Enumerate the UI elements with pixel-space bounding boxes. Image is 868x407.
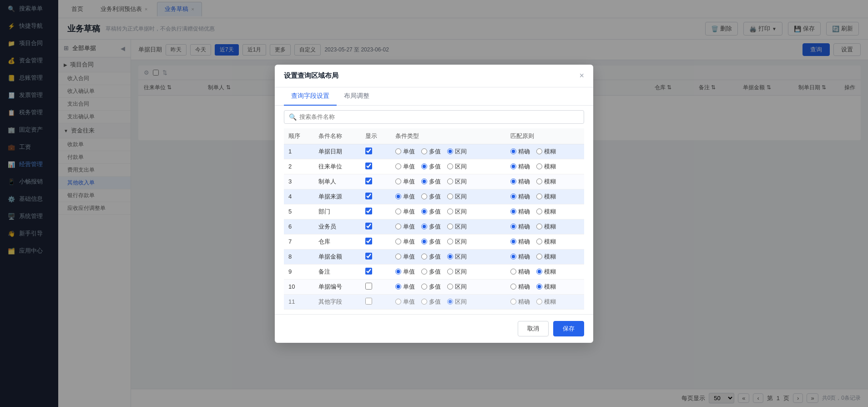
- type-multi-9[interactable]: 多值: [421, 268, 441, 276]
- modal-search-input[interactable]: [299, 113, 579, 120]
- table-row: 11 其他字段 单值 多值: [284, 294, 584, 309]
- type-range-8[interactable]: 区间: [447, 253, 467, 261]
- type-multi-4[interactable]: 多值: [421, 193, 441, 201]
- row-type: 单值 多值 区间: [391, 264, 506, 279]
- type-single-10[interactable]: 单值: [395, 283, 415, 291]
- match-precise-11[interactable]: 精确: [510, 298, 530, 306]
- type-multi-8[interactable]: 多值: [421, 253, 441, 261]
- row-order: 4: [284, 189, 314, 204]
- row-name: 单据编号: [314, 279, 361, 294]
- match-precise-2[interactable]: 精确: [510, 163, 530, 171]
- row-type: 单值 多值 区间: [391, 174, 506, 189]
- match-precise-7[interactable]: 精确: [510, 238, 530, 246]
- match-fuzzy-3[interactable]: 模糊: [536, 178, 556, 186]
- match-fuzzy-6[interactable]: 模糊: [536, 223, 556, 231]
- display-checkbox-2[interactable]: [365, 163, 386, 171]
- type-multi-11[interactable]: 多值: [421, 298, 441, 306]
- match-precise-5[interactable]: 精确: [510, 208, 530, 216]
- type-radio-group-7: 单值 多值 区间: [395, 238, 501, 246]
- type-single-9[interactable]: 单值: [395, 268, 415, 276]
- type-range-7[interactable]: 区间: [447, 238, 467, 246]
- match-fuzzy-4[interactable]: 模糊: [536, 193, 556, 201]
- match-fuzzy-1[interactable]: 模糊: [536, 148, 556, 156]
- type-multi-3[interactable]: 多值: [421, 178, 441, 186]
- table-row: 6 业务员 单值 多值 区间: [284, 219, 584, 234]
- row-name: 业务员: [314, 219, 361, 234]
- type-single-6[interactable]: 单值: [395, 223, 415, 231]
- type-single-2[interactable]: 单值: [395, 163, 415, 171]
- display-checkbox-8[interactable]: [365, 253, 386, 261]
- type-range-3[interactable]: 区间: [447, 178, 467, 186]
- type-range-11[interactable]: 区间: [447, 298, 467, 306]
- table-row: 2 往来单位 单值 多值 区: [284, 159, 584, 174]
- type-multi-2[interactable]: 多值: [421, 163, 441, 171]
- display-checkbox-1[interactable]: [365, 148, 386, 156]
- match-fuzzy-7[interactable]: 模糊: [536, 238, 556, 246]
- match-precise-10[interactable]: 精确: [510, 283, 530, 291]
- match-precise-3[interactable]: 精确: [510, 178, 530, 186]
- match-fuzzy-8[interactable]: 模糊: [536, 253, 556, 261]
- match-fuzzy-11[interactable]: 模糊: [536, 298, 556, 306]
- type-multi-10[interactable]: 多值: [421, 283, 441, 291]
- type-range-1[interactable]: 区间: [447, 148, 467, 156]
- modal-save-button[interactable]: 保存: [553, 321, 584, 336]
- type-single-3[interactable]: 单值: [395, 178, 415, 186]
- type-range-6[interactable]: 区间: [447, 223, 467, 231]
- type-single-7[interactable]: 单值: [395, 238, 415, 246]
- modal-cancel-button[interactable]: 取消: [518, 321, 549, 336]
- col-header-display: 显示: [361, 128, 391, 144]
- match-radio-group-11: 精确 模糊: [510, 298, 580, 306]
- type-range-4[interactable]: 区间: [447, 193, 467, 201]
- display-checkbox-9[interactable]: [365, 268, 386, 276]
- match-precise-9[interactable]: 精确: [510, 268, 530, 276]
- type-range-5[interactable]: 区间: [447, 208, 467, 216]
- display-checkbox-10[interactable]: [365, 283, 386, 291]
- match-fuzzy-2[interactable]: 模糊: [536, 163, 556, 171]
- type-range-2[interactable]: 区间: [447, 163, 467, 171]
- match-radio-group-1: 精确 模糊: [510, 148, 580, 156]
- type-single-4[interactable]: 单值: [395, 193, 415, 201]
- modal-close-button[interactable]: ×: [579, 71, 584, 81]
- type-single-8[interactable]: 单值: [395, 253, 415, 261]
- display-checkbox-3[interactable]: [365, 178, 386, 186]
- type-single-11[interactable]: 单值: [395, 298, 415, 306]
- match-radio-group-6: 精确 模糊: [510, 223, 580, 231]
- match-precise-6[interactable]: 精确: [510, 223, 530, 231]
- match-precise-8[interactable]: 精确: [510, 253, 530, 261]
- modal-search: 🔍: [275, 106, 593, 128]
- type-single-5[interactable]: 单值: [395, 208, 415, 216]
- match-radio-group-2: 精确 模糊: [510, 163, 580, 171]
- display-checkbox-6[interactable]: [365, 223, 386, 231]
- col-header-order: 顺序: [284, 128, 314, 144]
- modal-tab-layout[interactable]: 布局调整: [337, 87, 377, 106]
- display-checkbox-5[interactable]: [365, 208, 386, 216]
- row-name: 单据金额: [314, 249, 361, 264]
- type-range-10[interactable]: 区间: [447, 283, 467, 291]
- type-single-1[interactable]: 单值: [395, 148, 415, 156]
- match-radio-group-8: 精确 模糊: [510, 253, 580, 261]
- match-precise-1[interactable]: 精确: [510, 148, 530, 156]
- modal-tab-fields[interactable]: 查询字段设置: [284, 87, 337, 106]
- type-multi-1[interactable]: 多值: [421, 148, 441, 156]
- row-name: 仓库: [314, 234, 361, 249]
- row-name: 单据日期: [314, 144, 361, 159]
- match-precise-4[interactable]: 精确: [510, 193, 530, 201]
- type-multi-7[interactable]: 多值: [421, 238, 441, 246]
- match-fuzzy-9[interactable]: 模糊: [536, 268, 556, 276]
- match-fuzzy-5[interactable]: 模糊: [536, 208, 556, 216]
- row-match: 精确 模糊: [506, 159, 584, 174]
- table-row: 7 仓库 单值 多值 区间: [284, 234, 584, 249]
- modal-table-wrapper: 顺序 条件名称 显示 条件类型 匹配原则 1 单据日期: [275, 128, 593, 314]
- type-range-9[interactable]: 区间: [447, 268, 467, 276]
- search-icon: 🔍: [289, 113, 297, 121]
- display-checkbox-4[interactable]: [365, 193, 386, 201]
- display-checkbox-11[interactable]: [365, 298, 386, 306]
- type-multi-6[interactable]: 多值: [421, 223, 441, 231]
- match-fuzzy-10[interactable]: 模糊: [536, 283, 556, 291]
- type-multi-5[interactable]: 多值: [421, 208, 441, 216]
- row-match: 精确 模糊: [506, 279, 584, 294]
- display-checkbox-7[interactable]: [365, 238, 386, 246]
- type-radio-group-3: 单值 多值 区间: [395, 178, 501, 186]
- row-type: 单值 多值 区间: [391, 189, 506, 204]
- row-order: 11: [284, 294, 314, 309]
